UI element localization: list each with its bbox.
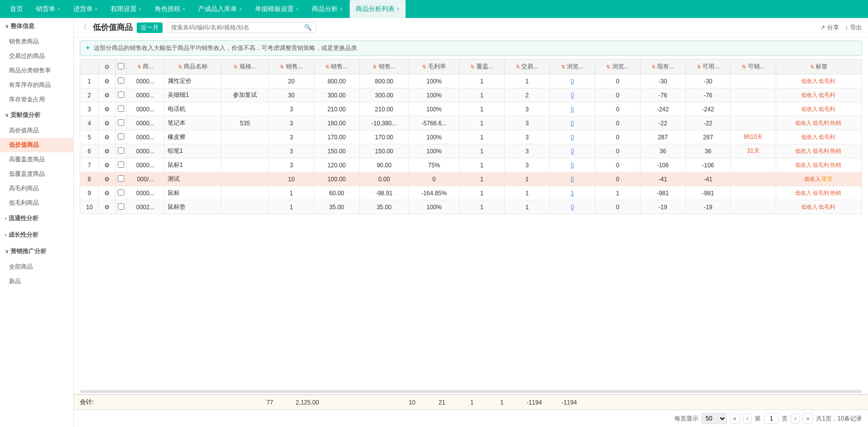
sidebar-item-low-value[interactable]: 低价值商品 <box>0 138 73 152</box>
browse2-col-header[interactable]: ⇅ 浏览... <box>595 59 641 74</box>
close-product-in-icon[interactable]: × <box>239 6 242 12</box>
sidebar-group-liquidity[interactable]: › 流通性分析 <box>0 210 73 227</box>
sidebar-item-stock-capital[interactable]: 库存资金占用 <box>0 92 73 107</box>
sidebar-group-marketing[interactable]: ∨ 营销推广分析 <box>0 243 73 260</box>
period-badge[interactable]: 近一月 <box>137 22 163 33</box>
close-template-icon[interactable]: × <box>296 6 299 12</box>
checkbox-col-header[interactable] <box>115 59 126 74</box>
row-checkbox[interactable] <box>118 189 124 196</box>
nav-analysis-list[interactable]: 商品分析列表 × <box>350 0 406 18</box>
current-col-header[interactable]: ⇅ 现有... <box>640 59 685 74</box>
row-settings[interactable]: ⚙ <box>99 172 115 186</box>
sales-qty-col-header[interactable]: ⇅ 销售... <box>269 59 314 74</box>
nav-role-auth[interactable]: 角色授权 × <box>149 0 192 18</box>
sidebar-item-all-products[interactable]: 全部商品 <box>0 260 73 274</box>
nav-template-setting[interactable]: 单据模板设置 × <box>249 0 305 18</box>
select-all-checkbox[interactable] <box>118 63 124 69</box>
nav-sales-order[interactable]: 销货单 × <box>30 0 66 18</box>
browse1-link[interactable]: 0 <box>571 106 574 113</box>
row-settings[interactable]: ⚙ <box>99 144 115 158</box>
next-page-button[interactable]: › <box>791 414 800 424</box>
row-checkbox[interactable] <box>118 161 124 168</box>
settings-col-header[interactable]: ⚙ <box>99 59 115 74</box>
row-checkbox[interactable] <box>118 119 124 126</box>
trade-col-header[interactable]: ⇅ 交易... <box>504 59 550 74</box>
row-checkbox[interactable] <box>118 203 124 210</box>
sidebar-item-new-products[interactable]: 新品 <box>0 274 73 289</box>
coverage-col-header[interactable]: ⇅ 覆盖... <box>459 59 505 74</box>
row-checkbox[interactable] <box>118 77 124 84</box>
row-checkbox[interactable] <box>118 175 124 182</box>
sidebar-group-overall[interactable]: ∨ 整体信息 <box>0 18 73 34</box>
row-settings[interactable]: ⚙ <box>99 186 115 200</box>
tag-col-header[interactable]: ⇅ 标签 <box>776 59 862 74</box>
sidebar-item-high-margin[interactable]: 高毛利商品 <box>0 181 73 196</box>
export-button[interactable]: ↓ 导出 <box>845 23 862 32</box>
row-settings[interactable]: ⚙ <box>99 158 115 172</box>
available-col-header[interactable]: ⇅ 可用... <box>685 59 731 74</box>
nav-product-analysis[interactable]: 商品分析 × <box>306 0 349 18</box>
nav-home[interactable]: 首页 <box>4 0 29 18</box>
search-icon[interactable]: 🔍 <box>304 24 312 31</box>
browse1-link[interactable]: 0 <box>571 92 574 99</box>
nav-purchase-order[interactable]: 进货单 × <box>67 0 104 18</box>
sidebar-item-traded[interactable]: 交易过的商品 <box>0 49 73 63</box>
row-settings[interactable]: ⚙ <box>99 200 115 214</box>
spec-col-header[interactable]: ⇅ 规格... <box>221 59 269 74</box>
browse1-link[interactable]: 0 <box>571 204 574 211</box>
sidebar-item-high-coverage[interactable]: 高覆盖度商品 <box>0 152 73 167</box>
horizontal-scrollbar[interactable] <box>80 390 862 393</box>
page-size-select[interactable]: 50 100 200 <box>701 413 727 424</box>
close-sales-order-icon[interactable]: × <box>57 6 60 12</box>
last-page-button[interactable]: » <box>803 414 813 424</box>
browse1-link[interactable]: 0 <box>571 176 574 183</box>
sales-amount-col-header[interactable]: ⇅ 销售... <box>314 59 359 74</box>
close-role-auth-icon[interactable]: × <box>183 6 186 12</box>
row-tags: 低收入低毛利 <box>776 74 862 88</box>
row-checkbox[interactable] <box>118 105 124 112</box>
first-page-button[interactable]: « <box>730 414 740 424</box>
sidebar-item-high-value[interactable]: 高价值商品 <box>0 123 73 138</box>
close-analysis-list-icon[interactable]: × <box>397 6 400 12</box>
sidebar-item-low-coverage[interactable]: 低覆盖度商品 <box>0 167 73 181</box>
prev-page-button[interactable]: ‹ <box>743 414 752 424</box>
sidebar-item-sales-category[interactable]: 销售类商品 <box>0 34 73 49</box>
browse1-link[interactable]: 1 <box>571 190 574 197</box>
browse1-link[interactable]: 0 <box>571 120 574 127</box>
saleable-col-header[interactable]: ⇅ 可销... <box>731 59 776 74</box>
row-checkbox[interactable] <box>118 147 124 154</box>
row-settings[interactable]: ⚙ <box>99 88 115 102</box>
nav-permission[interactable]: 权限设置 × <box>105 0 148 18</box>
row-checkbox[interactable] <box>118 133 124 140</box>
row-settings[interactable]: ⚙ <box>99 74 115 88</box>
sidebar-item-category-rate[interactable]: 商品分类销售率 <box>0 63 73 78</box>
sidebar-item-low-margin[interactable]: 低毛利商品 <box>0 196 73 210</box>
row-trade: 1 <box>504 200 550 214</box>
browse1-link[interactable]: 0 <box>571 134 574 141</box>
nav-product-in[interactable]: 产成品入库单 × <box>192 0 248 18</box>
share-button[interactable]: ↗ 分享 <box>820 23 839 32</box>
collapse-sidebar-button[interactable]: 《 <box>80 23 87 32</box>
row-settings[interactable]: ⚙ <box>99 130 115 144</box>
close-analysis-icon[interactable]: × <box>340 6 343 12</box>
browse1-link[interactable]: 0 <box>571 148 574 155</box>
page-number-input[interactable] <box>764 414 779 424</box>
code-col-header[interactable]: ⇅ 商... <box>126 59 164 74</box>
sidebar-item-with-stock[interactable]: 有库序存的商品 <box>0 78 73 92</box>
browse1-col-header[interactable]: ⇅ 浏览... <box>550 59 595 74</box>
close-permission-icon[interactable]: × <box>139 6 142 12</box>
gross-rate-col-header[interactable]: ⇅ 毛利率 <box>409 59 459 74</box>
row-checkbox[interactable] <box>118 91 124 98</box>
name-col-header[interactable]: ⇅ 商品名称 <box>164 59 221 74</box>
row-name: 测试 <box>164 172 221 186</box>
search-input[interactable] <box>171 24 302 31</box>
row-settings[interactable]: ⚙ <box>99 116 115 130</box>
sidebar-group-contribution[interactable]: ∨ 贡献值分析 <box>0 107 73 123</box>
close-purchase-order-icon[interactable]: × <box>95 6 98 12</box>
browse1-link[interactable]: 0 <box>571 78 574 85</box>
row-checkbox-cell <box>115 172 126 186</box>
browse1-link[interactable]: 0 <box>571 162 574 169</box>
sidebar-group-growth[interactable]: › 成长性分析 <box>0 227 73 243</box>
sales-avg-col-header[interactable]: ⇅ 销售... <box>359 59 409 74</box>
row-settings[interactable]: ⚙ <box>99 102 115 116</box>
